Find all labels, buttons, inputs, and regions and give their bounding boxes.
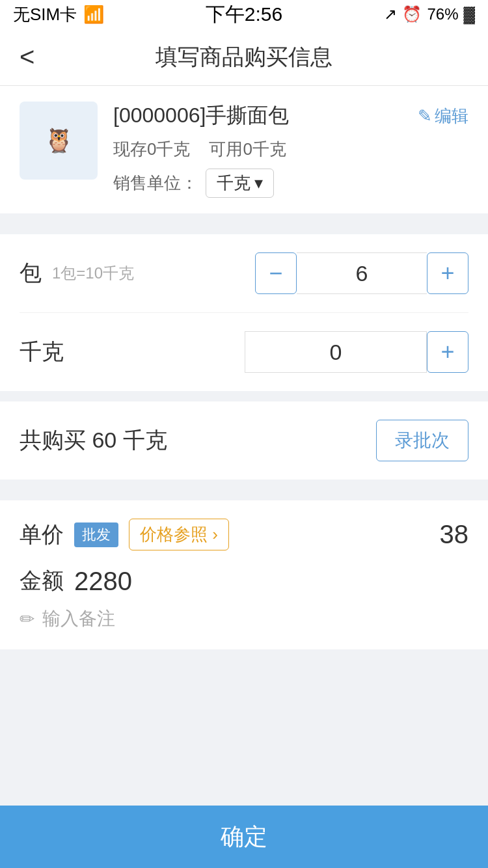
amount-label: 金额 [20,566,64,596]
product-card: 🦉 [0000006]手撕面包 ✎ 编辑 现存0千克 可用0千克 销售单位： 千… [0,86,488,213]
time-label: 下午2:56 [206,1,282,28]
battery-icon: ▓ [464,5,476,23]
price-row: 单价 批发 价格参照 › 38 [20,519,468,550]
amount-value: 2280 [74,567,132,596]
product-stock: 现存0千克 可用0千克 [113,138,468,161]
bag-label-text: 包 [20,258,42,288]
bag-stepper: − + [255,252,468,294]
product-name-row: [0000006]手撕面包 ✎ 编辑 [113,102,468,130]
product-name: [0000006]手撕面包 [113,102,289,130]
input-section: 包 1包=10千克 − + 千克 0 + [0,234,488,391]
bag-minus-button[interactable]: − [255,252,297,294]
bag-label: 包 1包=10千克 [20,258,134,288]
product-unit-row: 销售单位： 千克 ▾ [113,169,468,198]
chevron-down-icon: ▾ [254,173,263,193]
product-logo-icon: 🦉 [44,127,74,154]
bag-input-row: 包 1包=10千克 − + [20,234,468,313]
bag-hint: 1包=10千克 [52,263,134,284]
unit-prefix-label: 销售单位： [113,172,198,195]
carrier-label: 无SIM卡 [13,3,77,26]
summary-text: 共购买 60 千克 [20,426,167,455]
price-value: 38 [440,520,469,549]
divider-2 [0,391,488,401]
remark-row[interactable]: ✏ 输入备注 [20,606,468,631]
status-bar: 无SIM卡 📶 下午2:56 ↗ ⏰ 76% ▓ [0,0,488,29]
bag-value-input[interactable] [297,252,427,294]
kg-stepper: 0 + [245,331,468,373]
edit-icon: ✎ [418,106,432,126]
battery-label: 76% [427,5,458,23]
unit-value: 千克 [217,172,251,195]
amount-row: 金额 2280 [20,566,468,596]
page-title: 填写商品购买信息 [156,42,332,72]
remark-icon: ✏ [20,608,34,630]
price-type-badge: 批发 [74,522,118,547]
confirm-text: 确定 [221,821,267,853]
kg-label-text: 千克 [20,337,64,367]
product-thumbnail: 🦉 [20,102,98,180]
bag-input[interactable] [297,261,427,286]
confirm-bar[interactable]: 确定 [0,806,488,868]
summary-section: 共购买 60 千克 录批次 [0,401,488,480]
bag-plus-button[interactable]: + [427,252,468,294]
price-left: 单价 批发 价格参照 › [20,519,229,550]
nav-bar: < 填写商品购买信息 [0,29,488,86]
main-content: 🦉 [0000006]手撕面包 ✎ 编辑 现存0千克 可用0千克 销售单位： 千… [0,86,488,868]
wifi-icon: 📶 [83,5,104,25]
alarm-icon: ⏰ [402,5,422,23]
batch-button[interactable]: 录批次 [376,420,468,461]
kg-label: 千克 [20,337,64,367]
price-reference-button[interactable]: 价格参照 › [129,519,229,550]
status-right: ↗ ⏰ 76% ▓ [384,5,475,23]
unit-select[interactable]: 千克 ▾ [206,169,274,198]
divider-3 [0,480,488,490]
back-button[interactable]: < [13,36,41,78]
kg-input-row: 千克 0 + [20,313,468,391]
price-label: 单价 [20,520,64,550]
location-icon: ↗ [384,5,397,23]
remark-placeholder: 输入备注 [42,606,115,631]
edit-label: 编辑 [435,105,468,128]
stock-label: 现存0千克 [113,139,190,159]
kg-plus-button[interactable]: + [427,331,468,373]
divider-1 [0,224,488,234]
product-info: [0000006]手撕面包 ✎ 编辑 现存0千克 可用0千克 销售单位： 千克 … [113,102,468,198]
price-section: 单价 批发 价格参照 › 38 金额 2280 ✏ 输入备注 [0,500,488,649]
status-left: 无SIM卡 📶 [13,3,104,26]
kg-value-display[interactable]: 0 [245,331,427,373]
available-label: 可用0千克 [209,139,286,159]
edit-button[interactable]: ✎ 编辑 [418,105,468,128]
